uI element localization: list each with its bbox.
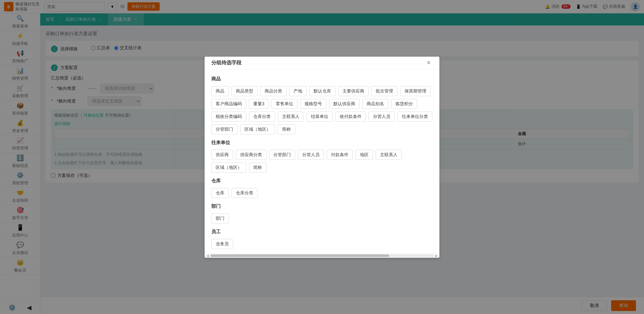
- field-tag-wh-0[interactable]: 仓库: [211, 188, 229, 198]
- section-title-warehouse: 仓库: [211, 178, 433, 184]
- modal-title: 分组待选字段: [211, 60, 241, 66]
- field-tag-product-11[interactable]: 规格型号: [300, 99, 326, 109]
- modal-header: 分组待选字段 ×: [205, 57, 439, 70]
- field-tag-product-7[interactable]: 保质期管理: [400, 86, 431, 96]
- section-title-employee: 员工: [211, 229, 433, 235]
- field-tag-dept-0[interactable]: 部门: [211, 213, 229, 224]
- field-tag-product-3[interactable]: 产地: [289, 86, 307, 96]
- field-tag-product-2[interactable]: 商品分类: [260, 86, 286, 96]
- field-tag-cp-3[interactable]: 分管人员: [298, 150, 324, 160]
- field-tag-cp-1[interactable]: 供应商分类: [236, 150, 266, 160]
- field-tag-product-9[interactable]: 重量3: [249, 99, 269, 109]
- modal-overlay: 分组待选字段 × 商品 商品 商品类型 商品分类 产地 默认仓库 主要供应商 批…: [0, 0, 644, 314]
- field-tag-product-17[interactable]: 主联系人: [278, 112, 304, 122]
- field-tag-product-23[interactable]: 区域（地区）: [240, 124, 275, 134]
- field-tag-cp-2[interactable]: 分管部门: [269, 150, 295, 160]
- field-tag-cp-7[interactable]: 区域（地区）: [211, 163, 246, 173]
- field-tag-product-5[interactable]: 主要供应商: [338, 86, 369, 96]
- field-tag-product-1[interactable]: 商品类型: [231, 86, 258, 96]
- field-tag-cp-8[interactable]: 简称: [249, 163, 266, 173]
- field-tag-product-22[interactable]: 分管部门: [211, 124, 237, 134]
- section-fields-employee: 业务员: [211, 239, 433, 249]
- field-tag-product-4[interactable]: 默认仓库: [309, 86, 335, 96]
- field-tag-product-21[interactable]: 往来单位分类: [397, 112, 432, 122]
- field-tag-product-6[interactable]: 批次管理: [371, 86, 397, 96]
- field-tag-emp-0[interactable]: 业务员: [211, 239, 233, 249]
- modal-body: 商品 商品 商品类型 商品分类 产地 默认仓库 主要供应商 批次管理 保质期管理…: [205, 69, 439, 253]
- section-title-dept: 部门: [211, 203, 433, 209]
- field-tag-product-14[interactable]: 炼货积分: [391, 99, 417, 109]
- field-tag-product-18[interactable]: 结算单位: [307, 112, 333, 122]
- field-tag-product-24[interactable]: 简称: [278, 124, 295, 134]
- field-tag-product-13[interactable]: 商品别名: [362, 99, 388, 109]
- field-tag-cp-6[interactable]: 主联系人: [376, 150, 402, 160]
- field-tag-cp-0[interactable]: 供应商: [211, 150, 233, 160]
- field-tag-product-8[interactable]: 客户商品编码: [211, 99, 246, 109]
- section-fields-counterparty: 供应商 供应商分类 分管部门 分管人员 付款条件 地区 主联系人 区域（地区） …: [211, 150, 433, 173]
- section-fields-product: 商品 商品类型 商品分类 产地 默认仓库 主要供应商 批次管理 保质期管理 客户…: [211, 86, 433, 134]
- section-fields-dept: 部门: [211, 213, 433, 224]
- field-tag-product-0[interactable]: 商品: [211, 86, 229, 96]
- section-title-product: 商品: [211, 76, 433, 82]
- hscroll-thumb[interactable]: [210, 254, 389, 257]
- modal-close-btn[interactable]: ×: [425, 59, 433, 67]
- modal-horizontal-scrollbar[interactable]: ◀ ▶: [205, 254, 439, 258]
- field-tag-product-10[interactable]: 零售单位: [271, 99, 298, 109]
- field-tag-product-15[interactable]: 税收分类编码: [211, 112, 246, 122]
- section-title-counterparty: 往来单位: [211, 140, 433, 146]
- field-tag-product-12[interactable]: 默认供应商: [329, 99, 360, 109]
- field-tag-product-20[interactable]: 分管人员: [369, 112, 395, 122]
- field-tag-cp-5[interactable]: 地区: [356, 150, 373, 160]
- field-tag-product-16[interactable]: 仓库分类: [249, 112, 275, 122]
- modal: 分组待选字段 × 商品 商品 商品类型 商品分类 产地 默认仓库 主要供应商 批…: [205, 57, 439, 258]
- field-tag-wh-1[interactable]: 仓库分类: [231, 188, 258, 198]
- section-fields-warehouse: 仓库 仓库分类: [211, 188, 433, 198]
- field-tag-cp-4[interactable]: 付款条件: [327, 150, 353, 160]
- field-tag-product-19[interactable]: 收付款条件: [335, 112, 366, 122]
